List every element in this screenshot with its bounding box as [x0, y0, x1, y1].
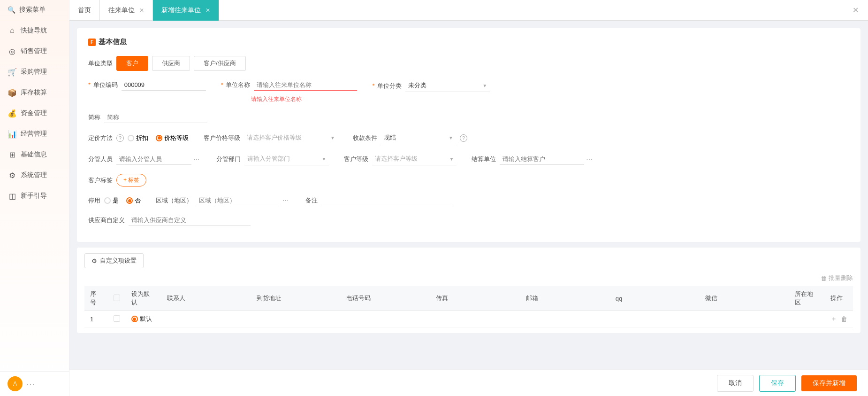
- basic-icon: ⊞: [8, 150, 17, 159]
- tab-new-partner[interactable]: 新增往来单位 ✕: [153, 0, 219, 21]
- address-input[interactable]: [257, 316, 335, 323]
- sidebar-item-finance[interactable]: 💰 资金管理: [0, 103, 69, 124]
- save-new-button[interactable]: 保存并新增: [801, 375, 857, 391]
- radio-discount[interactable]: 折扣: [128, 134, 148, 142]
- sidebar-item-purchase[interactable]: 🛒 采购管理: [0, 62, 69, 82]
- td-email[interactable]: [520, 311, 610, 327]
- region-label: 区域（地区）: [156, 196, 192, 205]
- inventory-icon: 📦: [8, 88, 17, 97]
- unit-code-input[interactable]: [122, 79, 206, 91]
- add-tag-button[interactable]: + 标签: [116, 174, 146, 186]
- th-wechat: 微信: [700, 286, 789, 311]
- settlement-input[interactable]: [500, 154, 584, 165]
- chevron-down-icon3: ▼: [449, 135, 453, 140]
- tab-home-label: 首页: [78, 6, 91, 15]
- supplier-custom-group: 供应商自定义: [88, 215, 251, 226]
- region-more-btn[interactable]: ···: [281, 195, 290, 206]
- cancel-button[interactable]: 取消: [717, 375, 754, 392]
- fax-input[interactable]: [436, 316, 514, 323]
- bulk-delete-button[interactable]: 🗑 批量删除: [821, 274, 853, 282]
- row-default-radio[interactable]: 默认: [131, 315, 156, 323]
- payment-help-icon[interactable]: ?: [460, 134, 467, 142]
- radio-price-level[interactable]: 价格等级: [156, 134, 189, 142]
- th-contact: 联系人: [161, 286, 251, 311]
- row-default-label: 默认: [140, 315, 152, 323]
- tab-partner-list[interactable]: 往来单位 ✕: [100, 0, 153, 21]
- tab-home[interactable]: 首页: [69, 0, 100, 21]
- payment-terms-select[interactable]: 现结 ▼: [381, 132, 456, 144]
- sidebar-item-quick-nav[interactable]: ⌂ 快捷导航: [0, 20, 69, 41]
- search-menu-item[interactable]: 🔍 搜索菜单: [0, 0, 69, 20]
- td-checkbox[interactable]: [108, 311, 126, 327]
- td-qq[interactable]: [610, 311, 700, 327]
- global-close-icon[interactable]: ✕: [849, 4, 862, 16]
- tag-label: 客户标签: [88, 176, 113, 185]
- sidebar-item-sales[interactable]: ◎ 销售管理: [0, 41, 69, 62]
- sidebar-item-basic[interactable]: ⊞ 基础信息: [0, 144, 69, 165]
- btn-both[interactable]: 客户/供应商: [194, 56, 246, 71]
- customer-price-select[interactable]: 请选择客户价格等级 ▼: [244, 132, 338, 144]
- chevron-down-icon2: ▼: [330, 135, 335, 140]
- th-checkbox[interactable]: [108, 286, 126, 311]
- remark-group: 备注: [305, 195, 453, 206]
- btn-customer[interactable]: 客户: [116, 56, 148, 71]
- customer-price-group: 客户价格等级 请选择客户价格等级 ▼: [204, 132, 338, 144]
- wechat-input[interactable]: [705, 316, 784, 323]
- customer-level-select[interactable]: 请选择客户等级 ▼: [372, 153, 457, 165]
- tag-group: 客户标签 + 标签: [88, 174, 146, 186]
- row-checkbox[interactable]: [114, 315, 120, 322]
- short-name-input[interactable]: [104, 112, 207, 123]
- unit-category-label: * 单位分类: [372, 82, 402, 90]
- finance-icon: 💰: [8, 109, 17, 118]
- supplier-custom-input[interactable]: [129, 215, 251, 226]
- settlement-label: 结算单位: [472, 155, 496, 163]
- contact-input[interactable]: [167, 316, 245, 323]
- td-address[interactable]: [251, 311, 341, 327]
- manager-input[interactable]: [116, 154, 191, 165]
- row-delete-btn[interactable]: 🗑: [841, 315, 847, 323]
- supplier-custom-row: 供应商自定义: [88, 215, 849, 226]
- td-fax[interactable]: [430, 311, 520, 327]
- td-default: 默认: [126, 311, 161, 327]
- sidebar-item-inventory[interactable]: 📦 库存核算: [0, 82, 69, 103]
- radio-price-level-label: 价格等级: [164, 134, 189, 142]
- btn-supplier[interactable]: 供应商: [152, 56, 190, 71]
- qq-input[interactable]: [616, 316, 694, 323]
- th-fax: 传真: [430, 286, 520, 311]
- settlement-more-btn[interactable]: ···: [584, 154, 594, 164]
- custom-settings-button[interactable]: ⚙ 自定义项设置: [84, 253, 144, 268]
- email-input[interactable]: [526, 316, 604, 323]
- settlement-input-wrap: ···: [500, 154, 594, 165]
- phone-input[interactable]: [346, 316, 425, 323]
- pricing-help-icon[interactable]: ?: [116, 134, 124, 142]
- sidebar-item-operation[interactable]: 📊 经营管理: [0, 124, 69, 144]
- remark-input[interactable]: [321, 195, 453, 206]
- sidebar-label-guide: 新手引导: [21, 192, 47, 200]
- customer-level-group: 客户等级 请选择客户等级 ▼: [344, 153, 457, 165]
- th-address: 到货地址: [251, 286, 341, 311]
- sidebar-item-guide[interactable]: ◫ 新手引导: [0, 186, 69, 206]
- unit-name-label: * 单位名称: [221, 81, 251, 89]
- radio-yes[interactable]: 是: [104, 196, 119, 205]
- td-wechat[interactable]: [700, 311, 789, 327]
- unit-name-group: * 单位名称 请输入往来单位名称: [221, 79, 358, 103]
- short-name-row: 简称: [88, 112, 849, 123]
- disabled-group: 停用 是 否: [88, 196, 141, 205]
- header-checkbox[interactable]: [114, 295, 120, 301]
- section-title-text: 基本信息: [99, 38, 127, 47]
- dept-select[interactable]: 请输入分管部门 ▼: [244, 153, 329, 165]
- radio-no[interactable]: 否: [126, 196, 141, 205]
- manager-more-btn[interactable]: ···: [191, 154, 201, 164]
- td-contact[interactable]: [161, 311, 251, 327]
- save-button[interactable]: 保存: [759, 375, 796, 392]
- unit-name-input[interactable]: [254, 79, 357, 91]
- sidebar-item-system[interactable]: ⚙ 系统管理: [0, 165, 69, 186]
- tab-new-partner-close[interactable]: ✕: [206, 7, 210, 14]
- chevron-down-icon4: ▼: [321, 156, 326, 162]
- search-menu-label: 搜索菜单: [19, 6, 46, 14]
- unit-category-select[interactable]: 未分类 ▼: [405, 79, 490, 92]
- row-add-btn[interactable]: ＋: [830, 315, 837, 323]
- tab-partner-list-close[interactable]: ✕: [139, 7, 144, 14]
- region-input[interactable]: [196, 195, 281, 206]
- td-phone[interactable]: [341, 311, 430, 327]
